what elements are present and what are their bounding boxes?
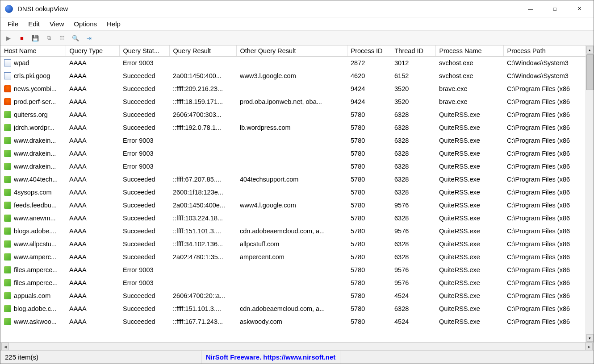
other-query-result: www3.l.google.com xyxy=(236,70,347,83)
minimize-button[interactable]: — xyxy=(518,2,543,16)
thread-id: 4524 xyxy=(391,290,435,302)
host-name: www.drakein... xyxy=(14,137,56,144)
process-icon xyxy=(4,176,11,183)
process-name: QuiteRSS.exe xyxy=(435,277,503,290)
table-row[interactable]: 4sysops.comAAAASucceeded2600:1f18:123e..… xyxy=(0,186,594,199)
table-row[interactable]: prod.perf-ser...AAAASucceeded::ffff:18.1… xyxy=(0,95,594,108)
table-row[interactable]: blogs.adobe....AAAASucceeded::ffff:151.1… xyxy=(0,225,594,238)
maximize-button[interactable]: □ xyxy=(543,2,567,16)
process-name: QuiteRSS.exe xyxy=(435,212,503,225)
process-icon xyxy=(4,202,11,209)
other-query-result: ampercent.com xyxy=(236,251,347,264)
query-status: Succeeded xyxy=(119,95,169,108)
host-name: files.amperce... xyxy=(14,266,58,273)
other-query-result xyxy=(236,264,347,277)
query-status: Error 9003 xyxy=(119,134,169,147)
host-cell: news.ycombi... xyxy=(0,83,66,95)
menu-view[interactable]: View xyxy=(45,18,68,29)
exit-icon[interactable]: ⇥ xyxy=(84,33,94,43)
menu-edit[interactable]: Edit xyxy=(24,18,44,29)
table-row[interactable]: www.askwoo...AAAASucceeded::ffff:167.71.… xyxy=(0,315,594,328)
close-button[interactable]: ✕ xyxy=(567,2,592,16)
copy-icon[interactable]: ⧉ xyxy=(43,33,54,43)
query-status: Succeeded xyxy=(119,290,169,302)
properties-icon[interactable]: ☷ xyxy=(57,33,67,43)
col-header-4[interactable]: Other Query Result xyxy=(236,46,347,57)
query-status: Error 9003 xyxy=(119,160,169,173)
host-name: files.amperce... xyxy=(14,279,58,286)
query-type: AAAA xyxy=(66,57,119,70)
table-row[interactable]: www.drakein...AAAAError 900357806328Quit… xyxy=(0,134,594,147)
vertical-scrollbar[interactable]: ▴ ▾ xyxy=(586,46,594,342)
thread-id: 4524 xyxy=(391,315,435,328)
table-row[interactable]: www.404tech...AAAASucceeded::ffff:67.207… xyxy=(0,173,594,186)
scroll-right-icon[interactable]: ▸ xyxy=(585,343,593,350)
menu-file[interactable]: File xyxy=(3,18,23,29)
table-row[interactable]: blog.adobe.c...AAAASucceeded::ffff:151.1… xyxy=(0,302,594,315)
query-result: ::ffff:167.71.243... xyxy=(169,315,236,328)
process-icon xyxy=(4,137,11,144)
col-header-1[interactable]: Query Type xyxy=(66,46,119,57)
start-capture-icon[interactable]: ▶ xyxy=(3,33,14,43)
scroll-thumb[interactable] xyxy=(586,54,594,90)
table-row[interactable]: news.ycombi...AAAASucceeded::ffff:209.21… xyxy=(0,83,594,95)
menu-help[interactable]: Help xyxy=(102,18,125,29)
query-type: AAAA xyxy=(66,160,119,173)
other-query-result: www4.l.google.com xyxy=(236,199,347,212)
table-row[interactable]: www.amperc...AAAASucceeded2a02:4780:1:35… xyxy=(0,251,594,264)
process-id: 4620 xyxy=(347,70,391,83)
host-name: 4sysops.com xyxy=(14,189,52,196)
thread-id: 6328 xyxy=(391,173,435,186)
process-name: QuiteRSS.exe xyxy=(435,264,503,277)
stop-capture-icon[interactable]: ■ xyxy=(17,33,27,43)
scroll-down-icon[interactable]: ▾ xyxy=(586,334,594,342)
col-header-8[interactable]: Process Path xyxy=(503,46,594,57)
col-header-3[interactable]: Query Result xyxy=(169,46,236,57)
process-icon xyxy=(4,318,11,325)
table-row[interactable]: appuals.comAAAASucceeded2606:4700:20::a.… xyxy=(0,290,594,302)
query-status: Succeeded xyxy=(119,315,169,328)
scroll-left-icon[interactable]: ◂ xyxy=(1,343,9,350)
table-row[interactable]: wpadAAAAError 900328723012svchost.exeC:\… xyxy=(0,57,594,70)
table-row[interactable]: www.allpcstu...AAAASucceeded::ffff:34.10… xyxy=(0,238,594,251)
thread-id: 6328 xyxy=(391,238,435,251)
table-row[interactable]: files.amperce...AAAAError 900357809576Qu… xyxy=(0,264,594,277)
process-path: C:\Program Files (x86 xyxy=(503,290,594,302)
col-header-5[interactable]: Process ID xyxy=(347,46,391,57)
other-query-result: prod.oba.iponweb.net, oba... xyxy=(236,95,347,108)
save-icon[interactable]: 💾 xyxy=(30,33,41,43)
process-icon xyxy=(4,150,11,157)
query-result: ::ffff:103.224.18... xyxy=(169,212,236,225)
dns-table: Host NameQuery TypeQuery Stat...Query Re… xyxy=(0,46,594,328)
menu-options[interactable]: Options xyxy=(69,18,101,29)
col-header-2[interactable]: Query Stat... xyxy=(119,46,169,57)
host-cell: www.drakein... xyxy=(0,134,66,147)
scroll-up-icon[interactable]: ▴ xyxy=(586,46,594,54)
table-row[interactable]: crls.pki.googAAAASucceeded2a00:1450:400.… xyxy=(0,70,594,83)
table-row[interactable]: feeds.feedbu...AAAASucceeded2a00:1450:40… xyxy=(0,199,594,212)
process-icon xyxy=(4,111,11,118)
col-header-7[interactable]: Process Name xyxy=(435,46,503,57)
table-row[interactable]: www.drakein...AAAAError 900357806328Quit… xyxy=(0,147,594,160)
find-icon[interactable]: 🔍 xyxy=(70,33,81,43)
query-status: Succeeded xyxy=(119,238,169,251)
process-icon xyxy=(4,253,11,261)
other-query-result xyxy=(236,290,347,302)
table-scroll[interactable]: Host NameQuery TypeQuery Stat...Query Re… xyxy=(0,46,594,342)
query-result: 2a00:1450:400... xyxy=(169,70,236,83)
col-header-6[interactable]: Thread ID xyxy=(391,46,435,57)
process-name: svchost.exe xyxy=(435,70,503,83)
horizontal-scrollbar[interactable]: ◂ ▸ xyxy=(0,342,594,350)
table-row[interactable]: quiterss.orgAAAASucceeded2606:4700:303..… xyxy=(0,108,594,121)
process-name: QuiteRSS.exe xyxy=(435,302,503,315)
query-result: 2606:4700:20::a... xyxy=(169,290,236,302)
col-header-0[interactable]: Host Name xyxy=(0,46,66,57)
query-result xyxy=(169,264,236,277)
table-row[interactable]: jdrch.wordpr...AAAASucceeded::ffff:192.0… xyxy=(0,121,594,134)
other-query-result xyxy=(236,108,347,121)
table-row[interactable]: www.drakein...AAAAError 900357806328Quit… xyxy=(0,160,594,173)
process-path: C:\Program Files (x86 xyxy=(503,147,594,160)
table-row[interactable]: www.anewm...AAAASucceeded::ffff:103.224.… xyxy=(0,212,594,225)
query-type: AAAA xyxy=(66,95,119,108)
table-row[interactable]: files.amperce...AAAAError 900357809576Qu… xyxy=(0,277,594,290)
